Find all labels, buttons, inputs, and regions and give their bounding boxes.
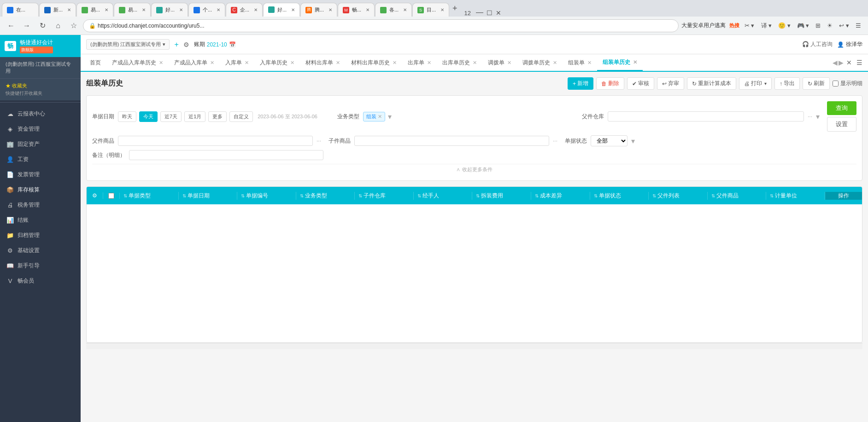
browser-tab-6[interactable]: 个... ✕	[188, 3, 225, 17]
browser-tab-3[interactable]: 易... ✕	[76, 3, 113, 17]
address-bar[interactable]: 🔒 https://cloud.chanjet.com/accounting/u…	[83, 19, 679, 32]
maximize-button[interactable]: ☐	[487, 9, 493, 17]
tab-close-assembly[interactable]: ✕	[587, 60, 592, 66]
status-dropdown-arrow[interactable]: ▾	[631, 137, 635, 145]
tab-close-transfer-history[interactable]: ✕	[553, 60, 557, 66]
grid-tool[interactable]: ⊞	[813, 21, 823, 30]
sidebar-item-inventory[interactable]: 📦 库存核算	[0, 182, 81, 197]
tab-count-badge[interactable]: 12	[464, 10, 471, 17]
emoji-tool[interactable]: 🙂 ▾	[776, 21, 793, 30]
tab-close-material-out-history[interactable]: ✕	[393, 60, 397, 66]
tab-close-inbound-history[interactable]: ✕	[290, 60, 294, 66]
th-parent-goods[interactable]: ⇅ 父件商品	[708, 192, 767, 200]
sidebar-item-invoice[interactable]: 📄 发票管理	[0, 167, 81, 182]
browser-tab-5[interactable]: 好... ✕	[151, 3, 188, 17]
horizontal-scroll[interactable]	[86, 343, 862, 349]
biz-type-tag-close[interactable]: ✕	[378, 114, 382, 120]
sub-nav-tab-inbound[interactable]: 入库单 ✕	[220, 55, 254, 70]
tab-close-transfer[interactable]: ✕	[507, 60, 511, 66]
tab-close-5[interactable]: ✕	[179, 7, 183, 12]
cut-tool[interactable]: ✂ ▾	[742, 21, 757, 30]
th-settings[interactable]: ⚙	[87, 192, 103, 199]
sidebar-item-closing[interactable]: 📊 结账	[0, 213, 81, 228]
parent-warehouse-input[interactable]	[608, 111, 804, 121]
audit-button[interactable]: ✔ 审核	[627, 77, 654, 90]
parent-warehouse-dropdown[interactable]: ▾	[816, 112, 820, 121]
browser-tab-10[interactable]: M 畅... ✕	[338, 3, 375, 17]
bookmark-button[interactable]: ☆	[67, 19, 80, 32]
th-number[interactable]: ⇅ 单据编号	[237, 192, 296, 200]
game-tool[interactable]: 🎮 ▾	[795, 21, 812, 30]
tab-close-9[interactable]: ✕	[328, 7, 332, 12]
topbar-settings-icon[interactable]: ⚙	[183, 41, 189, 48]
parent-warehouse-more[interactable]: ···	[808, 113, 812, 120]
tab-close-10[interactable]: ✕	[366, 7, 369, 12]
sidebar-item-payroll[interactable]: 👤 工资	[0, 152, 81, 167]
sub-nav-tab-assembly[interactable]: 组装单 ✕	[563, 55, 597, 70]
query-button[interactable]: 查询	[827, 101, 856, 115]
export-button[interactable]: ↑ 导出	[774, 77, 800, 90]
remarks-input[interactable]	[129, 150, 323, 160]
sub-nav-tab-outbound-history[interactable]: 出库单历史 ✕	[437, 55, 482, 70]
sidebar-item-archive[interactable]: 📁 归档管理	[0, 228, 81, 243]
sub-nav-tab-transfer[interactable]: 调拨单 ✕	[482, 55, 517, 70]
set-button[interactable]: 设置	[827, 117, 856, 132]
display-detail-checkbox[interactable]	[833, 81, 839, 87]
print-button[interactable]: 🖨 打印 ▾	[739, 77, 772, 90]
tab-close-7[interactable]: ✕	[254, 7, 258, 12]
tab-close-11[interactable]: ✕	[403, 7, 407, 12]
sidebar-item-guide[interactable]: 📖 新手引导	[0, 258, 81, 273]
sub-nav-tab-finished[interactable]: 产成品入库单 ✕	[169, 55, 220, 70]
add-company-button[interactable]: +	[174, 40, 178, 49]
th-cost-diff[interactable]: ⇅ 成本差异	[531, 192, 590, 200]
sub-nav-more-button[interactable]: ☰	[855, 59, 864, 66]
sub-nav-tab-material-out[interactable]: 材料出库单 ✕	[300, 55, 346, 70]
close-button[interactable]: ✕	[496, 9, 501, 17]
tab-close-assembly-history[interactable]: ✕	[633, 59, 637, 65]
sidebar-item-tax[interactable]: 🖨 税务管理	[0, 197, 81, 213]
tab-close-inbound[interactable]: ✕	[245, 60, 249, 66]
tab-close-material-out[interactable]: ✕	[336, 60, 340, 66]
sidebar-bookmarks[interactable]: ★ 收藏夹 快捷键打开收藏夹	[0, 78, 81, 100]
sub-nav-tab-finished-history[interactable]: 产成品入库单历史 ✕	[106, 55, 169, 70]
forward-button[interactable]: →	[20, 19, 33, 32]
sidebar-item-cloud-reports[interactable]: ☁ 云报表中心	[0, 106, 81, 121]
browser-tab-8[interactable]: 好... ✕	[263, 3, 300, 17]
last1month-btn[interactable]: 近1月	[184, 111, 205, 122]
custom-date-btn[interactable]: 自定义	[229, 111, 253, 122]
sub-nav-tab-home[interactable]: 首页	[84, 55, 106, 70]
customer-service-button[interactable]: 🎧 人工咨询	[802, 40, 833, 48]
tab-close-8[interactable]: ✕	[291, 7, 295, 12]
period-value[interactable]: 2021-10	[207, 41, 227, 48]
sub-nav-tab-material-out-history[interactable]: 材料出库单历史 ✕	[346, 55, 402, 70]
refresh-button[interactable]: ↻ 刷新	[803, 77, 830, 90]
sidebar-item-fixed-assets[interactable]: 🏢 固定资产	[0, 137, 81, 152]
user-info[interactable]: 👤 徐泽华	[837, 40, 862, 48]
sub-nav-tab-inbound-history[interactable]: 入库单历史 ✕	[254, 55, 300, 70]
child-goods-more[interactable]: ···	[553, 138, 557, 144]
collapse-bar[interactable]: ∧ 收起更多条件	[92, 164, 856, 175]
tab-close-2[interactable]: ✕	[67, 7, 71, 12]
th-status[interactable]: ⇅ 单据状态	[590, 192, 649, 200]
recalculate-button[interactable]: ↻ 重新计算成本	[687, 77, 736, 90]
reload-button[interactable]: ↻	[36, 19, 49, 32]
sidebar-item-member[interactable]: V 畅会员	[0, 273, 81, 289]
new-button[interactable]: + 新增	[568, 77, 593, 90]
home-button[interactable]: ⌂	[52, 19, 65, 32]
th-disassembly-cost[interactable]: ⇅ 拆装费用	[472, 192, 531, 200]
parent-goods-more[interactable]: ···	[317, 138, 321, 144]
nav-arrow-right[interactable]: ▶	[839, 59, 844, 66]
browser-tab-4[interactable]: 易... ✕	[114, 3, 151, 17]
sub-nav-close-button[interactable]: ✕	[845, 59, 854, 66]
tab-close-outbound[interactable]: ✕	[427, 60, 431, 66]
brightness-tool[interactable]: ☀	[825, 21, 835, 30]
more-date-btn[interactable]: 更多	[208, 111, 227, 122]
back-button[interactable]: ←	[5, 19, 18, 32]
tab-close-outbound-history[interactable]: ✕	[473, 60, 477, 66]
tab-close-3[interactable]: ✕	[105, 7, 108, 12]
child-goods-input[interactable]	[354, 136, 549, 146]
company-selector[interactable]: (勿删勿禁用) 江西服宝测试专用 ▾	[86, 39, 170, 50]
status-dropdown[interactable]: 全部	[591, 135, 628, 146]
tab-close-finished-history[interactable]: ✕	[159, 60, 163, 66]
th-unit[interactable]: ⇅ 计量单位	[766, 192, 825, 200]
